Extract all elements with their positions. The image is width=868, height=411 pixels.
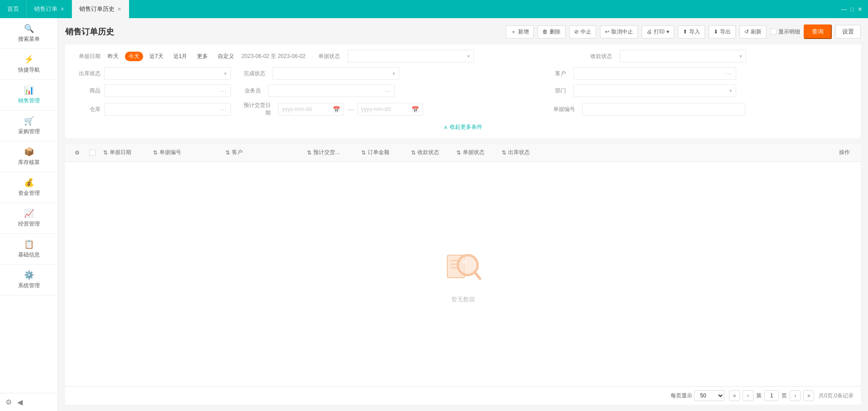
- sidebar-item-basic-info[interactable]: 📋 基础信息: [0, 234, 58, 265]
- table-header-checkbox[interactable]: [89, 150, 96, 156]
- print-button[interactable]: 🖨 打印 ▾: [642, 25, 674, 39]
- delete-button[interactable]: 🗑 删除: [537, 25, 566, 39]
- tab-sales-order-close[interactable]: ✕: [60, 6, 64, 12]
- first-page-button[interactable]: «: [729, 390, 740, 401]
- order-no-input[interactable]: [582, 103, 745, 116]
- settings-button[interactable]: 设置: [835, 25, 861, 39]
- empty-svg-icon: [443, 247, 484, 288]
- th-delivery[interactable]: ⇅ 预计交货...: [303, 149, 358, 156]
- date-7days-btn[interactable]: 近7天: [146, 52, 167, 61]
- print-label: 打印: [654, 28, 665, 36]
- sidebar-item-purchase-label: 采购管理: [18, 128, 40, 135]
- order-no-label: 单据编号: [551, 106, 579, 113]
- prev-page-button[interactable]: ‹: [743, 390, 753, 401]
- collapse-text: 收起更多条件: [450, 123, 482, 131]
- maximize-button[interactable]: □: [850, 6, 854, 13]
- calendar-from-icon[interactable]: 📅: [333, 106, 340, 113]
- th-customer[interactable]: ⇅ 客户: [222, 149, 303, 156]
- cancel-stop-button[interactable]: ↩ 取消中止: [600, 25, 638, 39]
- empty-icon-wrapper: [441, 245, 486, 290]
- sidebar-item-search-menu-label: 搜索菜单: [18, 35, 40, 43]
- th-amount[interactable]: ⇅ 订单金额: [358, 149, 408, 156]
- tab-bar: 首页 销售订单 ✕ 销售订单历史 ✕: [0, 0, 835, 18]
- sidebar-item-quick-nav[interactable]: ⚡ 快捷导航: [0, 49, 58, 80]
- show-details-checkbox[interactable]: [770, 29, 777, 35]
- filter-row-4: 仓库 ··· 预计交货日期 yyyy-mm-dd 📅 — yyyy-mm-: [72, 102, 854, 117]
- date-yesterday-btn[interactable]: 昨天: [104, 52, 122, 61]
- date-quick-group: 昨天 今天 近7天 近1月 更多 自定义: [104, 52, 238, 61]
- department-select[interactable]: ▾: [573, 84, 736, 97]
- next-page-button[interactable]: ›: [790, 390, 801, 401]
- sort-icon-amount: ⇅: [361, 150, 366, 156]
- completion-status-select[interactable]: ▾: [273, 67, 399, 80]
- customer-select[interactable]: ···: [573, 67, 736, 80]
- new-button[interactable]: ＋ 新增: [506, 25, 534, 39]
- show-details-label: 显示明细: [778, 28, 800, 36]
- delete-label: 删除: [550, 28, 561, 36]
- page-size-select[interactable]: 50 10 20 100: [694, 390, 724, 401]
- sidebar-item-capital[interactable]: 💰 资金管理: [0, 172, 58, 203]
- th-payment-status[interactable]: ⇅ 收款状态: [408, 149, 453, 156]
- empty-state: 暂无数据: [65, 162, 861, 386]
- tab-sales-order-history[interactable]: 销售订单历史 ✕: [72, 0, 129, 18]
- table-container: ⚙ ⇅ 单据日期 ⇅ 单据编号 ⇅ 客户 ⇅: [65, 144, 861, 386]
- sidebar-item-inventory[interactable]: 📦 库存核算: [0, 141, 58, 172]
- product-select[interactable]: ···: [104, 84, 231, 97]
- date-label: 单据日期: [72, 53, 104, 60]
- page-input[interactable]: [764, 390, 779, 401]
- page-header: 销售订单历史 ＋ 新增 🗑 删除 ⊘ 中止 ↩ 取消中止: [65, 24, 861, 39]
- th-settings[interactable]: ⚙: [69, 150, 85, 156]
- sidebar-item-purchase[interactable]: 🛒 采购管理: [0, 111, 58, 141]
- department-label: 部门: [551, 87, 570, 95]
- import-label: 导入: [689, 28, 700, 36]
- sidebar-settings-button[interactable]: ⚙: [5, 398, 12, 406]
- import-button[interactable]: ⬆ 导入: [678, 25, 705, 39]
- delivery-date-from[interactable]: yyyy-mm-dd 📅: [278, 103, 344, 116]
- collapse-arrow-icon: ∧: [444, 124, 448, 131]
- new-icon: ＋: [511, 28, 516, 36]
- refresh-icon: ↺: [744, 29, 749, 35]
- sort-icon-order-no: ⇅: [153, 150, 158, 156]
- sidebar-bottom: ⚙ ◀: [0, 393, 58, 411]
- order-status-arrow-icon: ▾: [467, 53, 470, 59]
- sidebar-item-search-menu[interactable]: 🔍 搜索菜单: [0, 18, 58, 49]
- order-status-select[interactable]: ▾: [347, 50, 474, 63]
- date-more-btn[interactable]: 更多: [193, 52, 211, 61]
- export-button[interactable]: ⬇ 导出: [709, 25, 736, 39]
- th-order-status[interactable]: ⇅ 单据状态: [453, 149, 498, 156]
- stock-status-select[interactable]: ▾: [104, 67, 231, 80]
- sidebar-item-system[interactable]: ⚙️ 系统管理: [0, 265, 58, 295]
- filter-row-1: 单据日期 昨天 今天 近7天 近1月 更多 自定义 2023-06-02 至 2…: [72, 50, 854, 63]
- date-today-btn[interactable]: 今天: [125, 52, 143, 61]
- show-details-checkbox-group[interactable]: 显示明细: [770, 28, 800, 36]
- sidebar-item-operations[interactable]: 📈 经营管理: [0, 203, 58, 234]
- sidebar-item-sales[interactable]: 📊 销售管理: [0, 80, 58, 111]
- date-custom-btn[interactable]: 自定义: [214, 52, 238, 61]
- salesperson-select[interactable]: ···: [268, 84, 395, 97]
- warehouse-select[interactable]: ···: [104, 103, 231, 116]
- collapse-bar[interactable]: ∧ 收起更多条件: [72, 121, 854, 133]
- last-page-button[interactable]: »: [803, 390, 814, 401]
- th-action-label: 操作: [839, 149, 850, 156]
- tab-sales-order-history-close[interactable]: ✕: [117, 6, 121, 12]
- stop-button[interactable]: ⊘ 中止: [569, 25, 596, 39]
- calendar-to-icon[interactable]: 📅: [412, 106, 419, 113]
- refresh-button[interactable]: ↺ 刷新: [739, 25, 767, 39]
- query-button[interactable]: 查询: [804, 24, 832, 39]
- window-close-button[interactable]: ✕: [858, 6, 863, 13]
- payment-status-select[interactable]: ▾: [619, 50, 746, 63]
- date-1month-btn[interactable]: 近1月: [170, 52, 191, 61]
- th-checkbox[interactable]: [85, 150, 100, 156]
- th-order-no[interactable]: ⇅ 单据编号: [149, 149, 222, 156]
- new-label: 新增: [518, 28, 529, 36]
- payment-status-label: 收款状态: [589, 53, 616, 60]
- sort-icon-delivery: ⇅: [307, 150, 312, 156]
- sidebar-collapse-button[interactable]: ◀: [17, 398, 23, 406]
- cancel-stop-label: 取消中止: [611, 28, 633, 36]
- tab-sales-order[interactable]: 销售订单 ✕: [27, 0, 72, 18]
- tab-home[interactable]: 首页: [0, 0, 27, 18]
- delivery-date-to[interactable]: yyyy-mm-dd 📅: [357, 103, 423, 116]
- th-stock-status[interactable]: ⇅ 出库状态: [498, 149, 543, 156]
- minimize-button[interactable]: —: [841, 6, 847, 13]
- th-date[interactable]: ⇅ 单据日期: [100, 149, 149, 156]
